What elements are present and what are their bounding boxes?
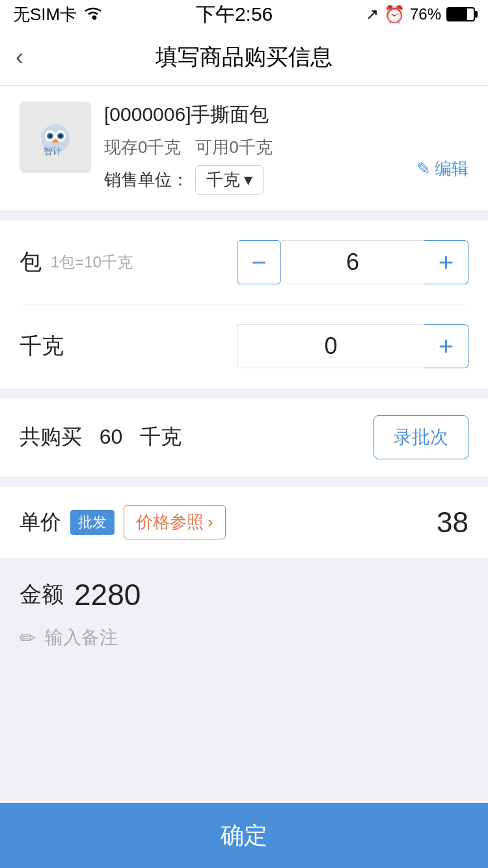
qianke-quantity-input[interactable] bbox=[237, 324, 424, 368]
location-icon: ↗ bbox=[366, 5, 379, 23]
back-button[interactable]: ‹ bbox=[16, 44, 23, 71]
record-batch-button[interactable]: 录批次 bbox=[373, 415, 468, 459]
chevron-down-icon: ▾ bbox=[244, 170, 252, 190]
product-section: 智计 [0000006]手撕面包 现存0千克 可用0千克 销售单位： 千克 ▾ … bbox=[0, 86, 488, 210]
total-section: 共购买 60 千克 录批次 bbox=[0, 398, 488, 476]
product-stock: 现存0千克 可用0千克 bbox=[104, 136, 468, 159]
qianke-quantity-control: + bbox=[237, 324, 468, 368]
remark-row[interactable]: ✏ 输入备注 bbox=[20, 625, 468, 670]
remark-edit-icon: ✏ bbox=[20, 627, 36, 649]
bao-quantity-control: − + bbox=[237, 240, 468, 284]
unit-select[interactable]: 千克 ▾ bbox=[195, 165, 264, 195]
qianke-row: 千克 + bbox=[20, 305, 468, 388]
status-right: ↗ ⏰ 76% bbox=[366, 5, 475, 25]
chevron-right-icon: › bbox=[208, 512, 213, 532]
product-thumbnail: 智计 bbox=[20, 102, 91, 173]
bao-increase-button[interactable]: + bbox=[424, 240, 468, 284]
svg-text:智计: 智计 bbox=[44, 146, 62, 156]
battery-percent: 76% bbox=[410, 5, 441, 23]
spacer bbox=[0, 670, 488, 803]
status-bar: 无SIM卡 下午2:56 ↗ ⏰ 76% bbox=[0, 0, 488, 29]
edit-icon: ✎ bbox=[416, 159, 431, 179]
product-unit-row: 销售单位： 千克 ▾ bbox=[104, 165, 468, 195]
svg-point-5 bbox=[49, 135, 52, 138]
batch-tag: 批发 bbox=[70, 510, 115, 535]
bao-row: 包 1包=10千克 − + bbox=[20, 221, 468, 305]
price-section: 单价 批发 价格参照 › 38 bbox=[0, 487, 488, 558]
status-left: 无SIM卡 bbox=[13, 3, 103, 26]
divider-1 bbox=[0, 210, 488, 221]
product-name: [0000006]手撕面包 bbox=[104, 102, 468, 128]
bao-quantity-input[interactable] bbox=[281, 240, 424, 284]
confirm-button[interactable]: 确定 bbox=[0, 803, 488, 868]
qianke-increase-button[interactable]: + bbox=[424, 324, 468, 368]
alarm-icon: ⏰ bbox=[384, 5, 405, 25]
nav-bar: ‹ 填写商品购买信息 bbox=[0, 29, 488, 86]
total-text: 共购买 60 千克 bbox=[20, 423, 182, 452]
divider-3 bbox=[0, 476, 488, 487]
battery-icon bbox=[446, 7, 475, 21]
total-amount: 60 bbox=[100, 425, 123, 448]
product-info: [0000006]手撕面包 现存0千克 可用0千克 销售单位： 千克 ▾ bbox=[104, 102, 468, 195]
edit-button[interactable]: ✎ 编辑 bbox=[416, 157, 468, 180]
qianke-label: 千克 bbox=[20, 331, 64, 361]
svg-point-6 bbox=[59, 135, 62, 138]
wifi-icon bbox=[83, 5, 103, 25]
status-time: 下午2:56 bbox=[196, 1, 273, 28]
amount-section: 金额 2280 ✏ 输入备注 bbox=[0, 558, 488, 670]
page-title: 填写商品购买信息 bbox=[156, 42, 332, 72]
remark-placeholder: 输入备注 bbox=[45, 625, 118, 650]
bao-label: 包 1包=10千克 bbox=[20, 247, 133, 277]
price-label-row: 单价 批发 价格参照 › bbox=[20, 505, 226, 539]
price-ref-button[interactable]: 价格参照 › bbox=[124, 505, 226, 539]
bao-decrease-button[interactable]: − bbox=[237, 240, 281, 284]
amount-value: 2280 bbox=[74, 577, 141, 612]
amount-row: 金额 2280 bbox=[20, 577, 468, 625]
divider-2 bbox=[0, 388, 488, 398]
svg-point-7 bbox=[52, 139, 59, 143]
carrier-label: 无SIM卡 bbox=[13, 3, 77, 26]
price-value: 38 bbox=[437, 506, 468, 539]
form-section: 包 1包=10千克 − + 千克 + bbox=[0, 221, 488, 388]
